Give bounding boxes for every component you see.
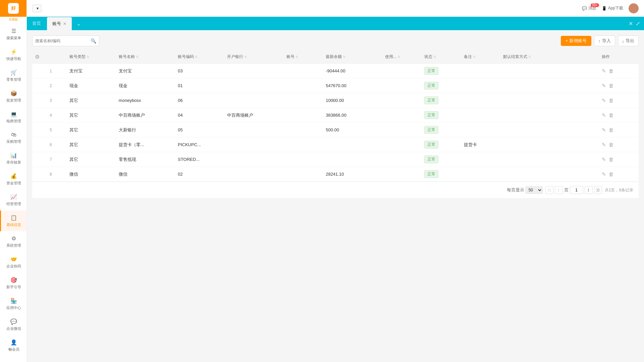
tab-close-btn[interactable]: ✕ [629, 20, 633, 27]
search-input[interactable] [35, 39, 91, 43]
tab-close-icon[interactable]: ✕ [63, 21, 66, 26]
tab-expand-icon[interactable]: ⌄ [72, 20, 85, 27]
cell-usage [382, 152, 422, 167]
tab-account[interactable]: 账号 ✕ [47, 17, 72, 31]
cell-note [461, 93, 501, 108]
cell-bank [224, 123, 283, 137]
delete-btn[interactable]: 🗑 [609, 157, 614, 162]
sidebar-item-enterprise-agreement[interactable]: 🤝 企业协同 [0, 252, 26, 273]
total-info: 共1页，8条记录 [605, 187, 633, 193]
delete-btn[interactable]: 🗑 [609, 127, 614, 133]
header-right: 💬 消息 99+ 📱 App下载 [582, 3, 639, 13]
page-nav: ⟨⟨ ⟨ 页 ⟩ ⟩⟩ [545, 186, 602, 194]
cell-name: 大新银行 [116, 123, 175, 137]
delete-btn[interactable]: 🗑 [609, 83, 614, 88]
col-bank[interactable]: 开户银行⇅ [224, 50, 283, 64]
edit-btn[interactable]: ✎ [602, 157, 606, 163]
cell-note [461, 64, 501, 78]
edit-btn[interactable]: ✎ [602, 112, 606, 118]
export-button[interactable]: ↓ 导出 [618, 36, 639, 46]
sidebar-item-ecommerce-mgmt[interactable]: 💻 电商管理 [0, 107, 26, 128]
delete-btn[interactable]: 🗑 [609, 68, 614, 74]
cell-code: 06 [175, 93, 224, 108]
cell-account [284, 152, 323, 167]
search-icon[interactable]: 🔍 [91, 38, 96, 44]
col-type[interactable]: 账号类型⇅ [67, 50, 116, 64]
sidebar-item-search-menu[interactable]: ☰ 搜索菜单 [0, 24, 26, 45]
edit-btn[interactable]: ✎ [602, 83, 606, 89]
page-number-input[interactable] [570, 186, 583, 194]
sidebar-item-member[interactable]: 👤 畅会员 [0, 335, 26, 356]
sidebar-item-retail-mgmt[interactable]: 🛒 零售管理 [0, 65, 26, 86]
message-button[interactable]: 💬 消息 99+ [582, 5, 596, 11]
cell-bank [224, 64, 283, 78]
cell-settings [32, 137, 47, 152]
column-settings-icon[interactable]: ⚙ [35, 54, 40, 60]
sidebar-item-new-guide[interactable]: 🎯 新手引导 [0, 273, 26, 294]
cell-num: 1 [47, 64, 67, 78]
store-selector[interactable]: ▾ [32, 4, 42, 12]
cell-status: 正常 [422, 108, 461, 123]
add-account-button[interactable]: + 新增账号 [561, 36, 591, 46]
col-note[interactable]: 备注⇅ [461, 50, 501, 64]
last-page-btn[interactable]: ⟩⟩ [594, 186, 602, 194]
col-default-settle[interactable]: 默认结算方式⇅ [500, 50, 599, 64]
col-balance[interactable]: 最新余额⇅ [323, 50, 382, 64]
cell-status: 正常 [422, 137, 461, 152]
sidebar-item-app-center[interactable]: 🏪 应用中心 [0, 294, 26, 314]
cell-note [461, 167, 501, 182]
edit-btn[interactable]: ✎ [602, 98, 606, 104]
cell-type: 其它 [67, 108, 116, 123]
delete-btn[interactable]: 🗑 [609, 98, 614, 103]
sidebar-item-sys-mgmt[interactable]: ⚙ 系统管理 [0, 231, 26, 252]
edit-btn[interactable]: ✎ [602, 142, 606, 148]
delete-btn[interactable]: 🗑 [609, 142, 614, 147]
col-usage[interactable]: 使用...⇅ [382, 50, 422, 64]
sidebar-item-label: 系统管理 [6, 243, 21, 248]
edit-btn[interactable]: ✎ [602, 171, 606, 177]
cell-code: 02 [175, 167, 224, 182]
sidebar-item-quick-nav[interactable]: ⚡ 快捷导航 [0, 45, 26, 65]
tab-account-label: 账号 [52, 21, 61, 27]
search-box[interactable]: 🔍 [32, 36, 99, 46]
col-code[interactable]: 账号编码⇅ [175, 50, 224, 64]
delete-btn[interactable]: 🗑 [609, 112, 614, 118]
col-account[interactable]: 账号⇅ [284, 50, 323, 64]
cell-bank [224, 167, 283, 182]
sidebar-item-wholesale-mgmt[interactable]: 📦 批发管理 [0, 86, 26, 107]
edit-btn[interactable]: ✎ [602, 127, 606, 133]
edit-btn[interactable]: ✎ [602, 68, 606, 74]
cell-usage [382, 167, 422, 182]
prev-page-btn[interactable]: ⟨ [555, 186, 563, 194]
table-row: 7 其它 零售抵现 STORED... 正常 ✎ 🗑 [32, 152, 639, 167]
tab-fullscreen-btn[interactable]: ⤢ [636, 20, 640, 27]
sidebar: 好 乐惠版 ☰ 搜索菜单 ⚡ 快捷导航 🛒 零售管理 📦 批发管理 💻 电商管理… [0, 0, 27, 362]
sidebar-item-inventory[interactable]: 📊 库存核算 [0, 148, 26, 169]
sidebar-item-purchase-mgmt[interactable]: 🛍 采购管理 [0, 128, 26, 148]
app-download-label: App下载 [608, 5, 623, 11]
col-name[interactable]: 账号名称⇅ [116, 50, 175, 64]
col-num [47, 50, 67, 64]
import-button[interactable]: ↑ 导入 [594, 36, 615, 46]
user-avatar[interactable] [629, 3, 639, 13]
col-status[interactable]: 状态⇅ [422, 50, 461, 64]
sidebar-item-business-mgmt[interactable]: 📈 经营管理 [0, 190, 26, 210]
first-page-btn[interactable]: ⟨⟨ [545, 186, 553, 194]
import-icon: ↑ [598, 39, 601, 44]
cell-note: 提货卡 [461, 137, 501, 152]
cell-account [284, 64, 323, 78]
table-row: 4 其它 中百商场账户 04 中百商场账户 383866.00 正常 ✎ 🗑 [32, 108, 639, 123]
tab-home[interactable]: 首页 [27, 17, 46, 30]
page-size-dropdown[interactable]: 50 100 200 [526, 186, 543, 194]
app-download-button[interactable]: 📱 App下载 [602, 5, 623, 11]
cell-action: ✎ 🗑 [599, 167, 639, 182]
cell-action: ✎ 🗑 [599, 137, 639, 152]
delete-btn[interactable]: 🗑 [609, 171, 614, 177]
cell-default-settle [500, 108, 599, 123]
sidebar-item-basic-info[interactable]: 📋 基础信息 [0, 210, 26, 231]
next-page-btn[interactable]: ⟩ [585, 186, 593, 194]
cell-num: 8 [47, 167, 67, 182]
sidebar-item-enterprise-wechat[interactable]: 💬 企业微信 [0, 314, 26, 335]
sidebar-item-capital-mgmt[interactable]: 💰 资金管理 [0, 169, 26, 190]
sort-status-icon: ⇅ [433, 55, 436, 59]
